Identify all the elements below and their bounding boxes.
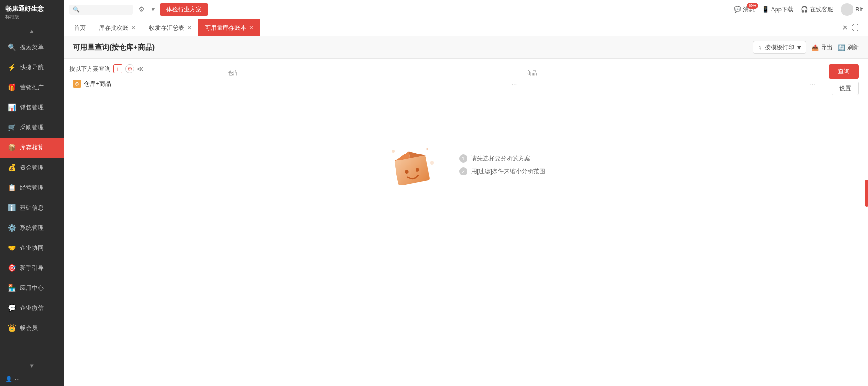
info-icon: ℹ️ xyxy=(7,203,16,212)
tab-close-icon[interactable]: ✕ xyxy=(249,25,254,31)
export-button[interactable]: 📤 导出 xyxy=(812,43,832,51)
sidebar-item-label: 企业协同 xyxy=(20,244,44,252)
sidebar-item-label: 系统管理 xyxy=(20,224,44,232)
sidebar-item-sales[interactable]: 📊 销售管理 xyxy=(0,98,64,118)
filter-actions: 查询 设置 xyxy=(824,64,859,95)
sidebar-item-label: 畅会员 xyxy=(20,324,38,332)
sidebar-item-label: 资金管理 xyxy=(20,164,44,172)
target-icon: 🎯 xyxy=(7,263,16,273)
sidebar-item-wechat[interactable]: 💬 企业微信 xyxy=(0,298,64,318)
sidebar-item-member[interactable]: 👑 畅会员 xyxy=(0,318,64,338)
sidebar-item-label: 经营管理 xyxy=(20,184,44,192)
filter-area: 按以下方案查询 + ⚙ ≪ ⚙ 仓库+商品 仓库 ··· xyxy=(64,59,868,101)
tab-close-icon[interactable]: ✕ xyxy=(187,25,192,31)
sidebar-item-purchase[interactable]: 🛒 采购管理 xyxy=(0,118,64,138)
scroll-thumb[interactable] xyxy=(865,180,868,207)
product-label: 商品 xyxy=(526,69,816,77)
warehouse-label: 仓库 xyxy=(228,69,517,77)
page-title: 可用量查询(按仓库+商品) xyxy=(73,43,155,52)
topbar-chevron[interactable]: ▼ xyxy=(150,6,156,13)
tab-close-icon[interactable]: ✕ xyxy=(131,25,136,31)
scheme-item-warehouse-product[interactable]: ⚙ 仓库+商品 xyxy=(69,78,213,90)
query-button[interactable]: 查询 xyxy=(829,64,859,79)
clipboard-icon: 📋 xyxy=(7,183,16,192)
tab-available-ledger[interactable]: 可用量库存账本 ✕ xyxy=(198,19,260,36)
warehouse-more-icon[interactable]: ··· xyxy=(512,81,517,88)
username: Rit xyxy=(855,6,863,13)
filter-settings-button[interactable]: 设置 xyxy=(832,82,859,95)
money-icon: 💰 xyxy=(7,163,16,172)
main-area: 🔍 ⚙ ▼ 体验行业方案 💬 消息 99+ 📱 App下载 🎧 在线客服 Rit xyxy=(64,0,868,386)
scheme-label: 按以下方案查询 xyxy=(69,65,111,73)
sidebar-item-newbie[interactable]: 🎯 新手引导 xyxy=(0,258,64,278)
sidebar-username: ··· xyxy=(15,376,20,382)
settings-icon[interactable]: ⚙ xyxy=(137,3,147,15)
sidebar-item-label: 库存核算 xyxy=(20,144,44,152)
sidebar-item-label: 营销推广 xyxy=(20,83,44,92)
topbar-search-box[interactable]: 🔍 xyxy=(69,5,133,15)
scheme-item-label: 仓库+商品 xyxy=(84,80,111,88)
sidebar-item-basicinfo[interactable]: ℹ️ 基础信息 xyxy=(0,198,64,218)
user-avatar-area[interactable]: Rit xyxy=(841,3,863,16)
topbar: 🔍 ⚙ ▼ 体验行业方案 💬 消息 99+ 📱 App下载 🎧 在线客服 Rit xyxy=(64,0,868,19)
product-more-icon[interactable]: ··· xyxy=(810,81,815,88)
app-logo: 畅康通好生意 标准版 xyxy=(0,0,64,25)
sidebar-item-label: 销售管理 xyxy=(20,103,44,112)
product-input[interactable] xyxy=(526,81,810,88)
tab-window-controls: ✕ ⛶ xyxy=(837,23,864,32)
search-icon: 🔍 xyxy=(7,43,16,52)
handshake-icon: 🤝 xyxy=(7,243,16,252)
sidebar-item-marketing[interactable]: 🎁 营销推广 xyxy=(0,77,64,98)
tab-home[interactable]: 首页 xyxy=(67,19,92,36)
message-button[interactable]: 💬 消息 99+ xyxy=(734,5,755,14)
sidebar-item-inventory[interactable]: 📦 库存核算 xyxy=(0,138,64,158)
lightning-icon: ⚡ xyxy=(7,63,16,72)
avatar xyxy=(841,3,853,16)
sidebar-bottom[interactable]: 👤 ··· xyxy=(0,372,64,386)
box-icon: 📦 xyxy=(7,143,16,152)
product-field: 商品 ··· xyxy=(526,69,816,90)
sidebar-item-enterprise[interactable]: 🤝 企业协同 xyxy=(0,238,64,258)
filter-fields-panel: 仓库 ··· 商品 ··· 查询 xyxy=(218,59,868,101)
app-download-button[interactable]: 📱 App下载 xyxy=(762,5,793,14)
tab-batch-account-label: 库存批次账 xyxy=(99,24,128,32)
sidebar-item-finance[interactable]: 💰 资金管理 xyxy=(0,158,64,178)
sidebar-item-operations[interactable]: 📋 经营管理 xyxy=(0,178,64,198)
crown-icon: 👑 xyxy=(7,324,16,333)
empty-illustration xyxy=(386,138,441,192)
page-content: 可用量查询(按仓库+商品) 🖨 按模板打印 ▼ 📤 导出 🔄 刷新 xyxy=(64,36,868,386)
tip-text-2: 用[过滤]条件来缩小分析范围 xyxy=(471,167,545,175)
warehouse-input[interactable] xyxy=(228,81,512,88)
trial-button[interactable]: 体验行业方案 xyxy=(160,3,208,16)
refresh-button[interactable]: 🔄 刷新 xyxy=(838,43,859,51)
tab-batch-account[interactable]: 库存批次账 ✕ xyxy=(92,19,142,36)
sidebar-item-appcenter[interactable]: 🏪 应用中心 xyxy=(0,278,64,298)
sidebar-item-label: 快捷导航 xyxy=(20,63,44,72)
gear-icon: ⚙️ xyxy=(7,223,16,232)
online-service-button[interactable]: 🎧 在线客服 xyxy=(801,5,833,14)
close-tab-btn[interactable]: ✕ xyxy=(842,23,848,32)
sidebar-item-label: 新手引导 xyxy=(20,264,44,272)
sidebar-item-label: 采购管理 xyxy=(20,124,44,132)
empty-state: 1 请先选择要分析的方案 2 用[过滤]条件来缩小分析范围 xyxy=(64,101,868,229)
sidebar-item-search[interactable]: 🔍 搜索菜单 xyxy=(0,37,64,57)
filter-scheme-panel: 按以下方案查询 + ⚙ ≪ ⚙ 仓库+商品 xyxy=(64,59,218,101)
maximize-tab-btn[interactable]: ⛶ xyxy=(852,24,859,32)
export-label: 导出 xyxy=(821,43,832,51)
scheme-settings-button[interactable]: ⚙ xyxy=(125,64,134,73)
filter-scheme-header: 按以下方案查询 + ⚙ ≪ xyxy=(69,64,213,73)
add-scheme-button[interactable]: + xyxy=(113,64,122,73)
tab-collection-summary[interactable]: 收发存汇总表 ✕ xyxy=(142,19,198,36)
sidebar-item-quicknav[interactable]: ⚡ 快捷导航 xyxy=(0,57,64,77)
topbar-right: 💬 消息 99+ 📱 App下载 🎧 在线客服 Rit xyxy=(734,3,863,16)
sidebar-item-system[interactable]: ⚙️ 系统管理 xyxy=(0,218,64,238)
scroll-down-btn[interactable]: ▼ xyxy=(0,360,64,372)
page-header-actions: 🖨 按模板打印 ▼ 📤 导出 🔄 刷新 xyxy=(753,41,859,54)
printer-icon: 🖨 xyxy=(757,44,763,51)
app-name: 畅康通好生意 xyxy=(5,5,58,14)
collapse-button[interactable]: ≪ xyxy=(137,65,144,72)
template-print-button[interactable]: 🖨 按模板打印 ▼ xyxy=(753,41,806,54)
scroll-up-btn[interactable]: ▲ xyxy=(0,25,64,37)
tip-num-2: 2 xyxy=(459,167,467,175)
svg-point-8 xyxy=(426,148,428,150)
